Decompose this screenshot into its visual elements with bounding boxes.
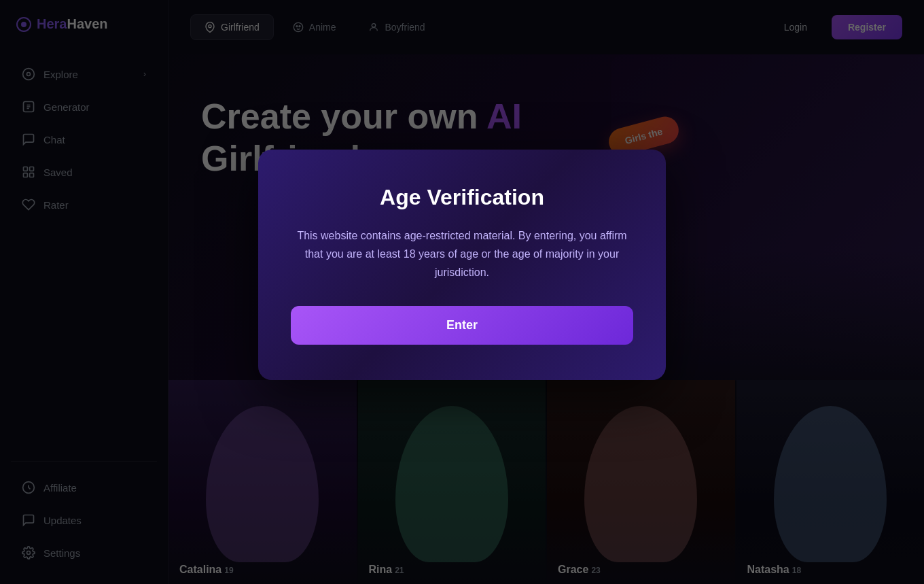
modal-overlay: Age Verification This website contains a…	[0, 0, 924, 584]
age-verification-modal: Age Verification This website contains a…	[258, 150, 666, 381]
modal-enter-button[interactable]: Enter	[291, 306, 633, 345]
modal-body: This website contains age-restricted mat…	[291, 226, 633, 282]
modal-title: Age Verification	[291, 185, 633, 210]
